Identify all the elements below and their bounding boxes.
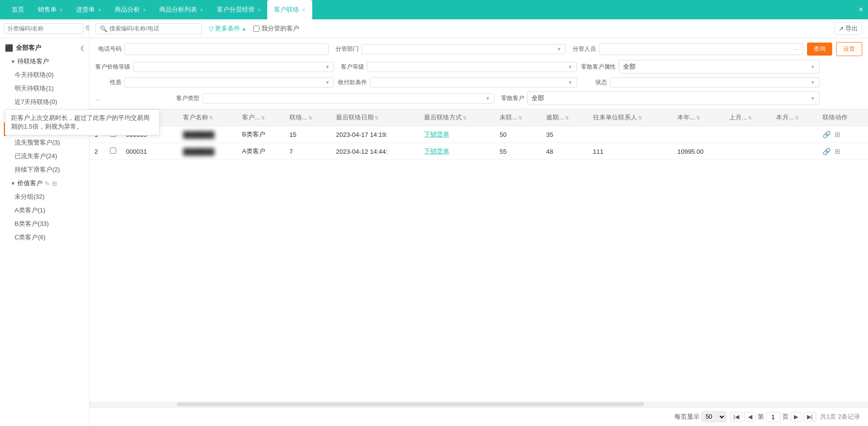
- sidebar: 🔍 ⬛ 全部客户 ❮ ▼ 待联络客户 今天待联络(0) 明天待联络(1) 近7天…: [0, 19, 90, 426]
- col-header-this-year: 本年...⇅: [672, 109, 724, 126]
- retail-customer-select[interactable]: 全部▼: [527, 91, 820, 105]
- phone-input[interactable]: [124, 44, 329, 55]
- window-close-button[interactable]: ×: [859, 5, 863, 14]
- last-page-button[interactable]: ▶|: [804, 412, 816, 422]
- dept-select[interactable]: ▼: [362, 44, 566, 54]
- row-check[interactable]: [105, 143, 121, 160]
- close-icon[interactable]: ×: [258, 7, 260, 13]
- close-icon[interactable]: ×: [60, 7, 62, 13]
- sidebar-item-tomorrow[interactable]: 明天待联络(1): [4, 82, 89, 95]
- sort-icon[interactable]: ⇅: [209, 115, 213, 120]
- first-page-button[interactable]: |◀: [730, 412, 743, 422]
- nav-purchase[interactable]: 进货单 ×: [69, 0, 107, 19]
- manage-icon[interactable]: ⊞: [52, 180, 57, 187]
- sidebar-item-today[interactable]: 今天待联络(0): [4, 68, 89, 82]
- sidebar-item-lost[interactable]: 已流失客户(24): [4, 149, 89, 163]
- chevron-up-icon: ▲: [242, 26, 246, 31]
- row-contact-person: [588, 126, 673, 143]
- group-pending-header[interactable]: ▼ 待联络客户: [4, 55, 89, 68]
- filter-button[interactable]: ▽ 更多条件 ▲: [206, 23, 249, 34]
- row-checkbox[interactable]: [110, 147, 116, 154]
- sort-icon[interactable]: ⇅: [518, 115, 522, 120]
- prev-page-button[interactable]: ◀: [745, 412, 756, 422]
- col-header-last-date: 最后联络日期⇅: [331, 109, 419, 126]
- sort-icon[interactable]: ⇅: [261, 115, 265, 120]
- person-select[interactable]: ···: [599, 43, 803, 55]
- group-value-customers: ▼ 价值客户 ✎ ⊞ 未分组(32) A类客户(1) B类客户(33) C类客户…: [0, 176, 89, 244]
- col-header-name: 客户名称⇅: [178, 109, 237, 126]
- current-page-input[interactable]: [766, 412, 780, 422]
- sort-icon[interactable]: ⇅: [638, 115, 642, 120]
- group-value-header[interactable]: ▼ 价值客户 ✎ ⊞: [4, 176, 89, 190]
- sidebar-item-7days[interactable]: 近7天待联络(0): [4, 95, 89, 109]
- row-this-month: [771, 143, 818, 160]
- payment-select[interactable]: ▼: [370, 77, 577, 88]
- close-icon[interactable]: ×: [98, 7, 101, 13]
- status-select[interactable]: ▼: [610, 77, 820, 88]
- row-last-method[interactable]: 下销货单: [419, 126, 495, 143]
- nav-customer-contact[interactable]: 客户联络 ×: [267, 0, 312, 19]
- price-level-select[interactable]: ▼: [133, 62, 334, 72]
- sort-icon[interactable]: ⇅: [748, 115, 752, 120]
- gender-select[interactable]: ▼: [124, 77, 334, 88]
- horizontal-scrollbar[interactable]: [90, 401, 868, 407]
- close-icon[interactable]: ×: [302, 7, 305, 13]
- sidebar-search-input[interactable]: [4, 23, 83, 34]
- nav-customer-segmentation[interactable]: 客户分层经营 ×: [210, 0, 267, 19]
- sort-icon[interactable]: ⇅: [308, 115, 312, 120]
- sort-icon[interactable]: ⇅: [696, 115, 700, 120]
- sidebar-item-declining[interactable]: 持续下滑客户(2): [4, 163, 89, 176]
- close-icon[interactable]: ×: [143, 7, 146, 13]
- edit-icon[interactable]: ✎: [45, 180, 50, 187]
- sort-icon[interactable]: ⇅: [565, 115, 569, 120]
- row-uncontacted: 55: [495, 143, 541, 160]
- sidebar-item-a-class[interactable]: A类客户(1): [4, 204, 89, 217]
- nav-sales[interactable]: 销售单 ×: [31, 0, 69, 19]
- close-icon[interactable]: ×: [200, 7, 203, 13]
- per-page-select[interactable]: 50 20 100: [701, 411, 726, 422]
- setting-button[interactable]: 设置: [836, 42, 862, 56]
- row-overdue: 48: [541, 143, 588, 160]
- customer-level-select[interactable]: ▼: [367, 62, 577, 72]
- contact-link-icon[interactable]: 🔗: [822, 147, 831, 155]
- contact-link-icon[interactable]: 🔗: [822, 131, 831, 138]
- filter-retail-customer: 零散客户 全部▼: [498, 91, 820, 105]
- col-header-uncontacted: 未联...⇅: [495, 109, 541, 126]
- filter-row-1: 电话号码 分管部门 ▼ 分管人员 ··· 查询 设置: [95, 42, 862, 56]
- export-button[interactable]: ↗ 导出: [834, 22, 862, 35]
- export-icon: ↗: [838, 25, 844, 32]
- sort-icon[interactable]: ⇅: [795, 115, 799, 120]
- search-box: 🔍: [95, 23, 202, 34]
- collapse-icon[interactable]: ❮: [80, 45, 84, 51]
- sidebar-item-loss-warning[interactable]: 流失预警客户(3): [4, 136, 89, 149]
- sidebar-item-b-class[interactable]: B类客户(33): [4, 217, 89, 231]
- sidebar-item-c-class[interactable]: C类客户(6): [4, 231, 89, 244]
- contact-phone-icon[interactable]: ⊞: [835, 147, 840, 155]
- customer-type-select[interactable]: ▼: [202, 93, 495, 103]
- contact-phone-icon[interactable]: ⊞: [835, 131, 840, 138]
- col-header-last-method: 最后联络方式⇅: [419, 109, 495, 126]
- row-last-method[interactable]: 下销货单: [419, 143, 495, 160]
- my-customers-check[interactable]: [253, 26, 259, 32]
- nav-product-analysis[interactable]: 商品分析 ×: [108, 0, 152, 19]
- all-customers-header[interactable]: ⬛ 全部客户 ❮: [0, 41, 89, 55]
- sidebar-item-ungrouped[interactable]: 未分组(32): [4, 190, 89, 204]
- more-fields-link[interactable]: ...: [95, 95, 101, 102]
- triangle-icon: ▼: [11, 59, 15, 64]
- row-last-date: 2023-04-17 14:19:: [331, 126, 419, 143]
- nav-home[interactable]: 首页: [5, 0, 31, 19]
- query-button[interactable]: 查询: [807, 43, 832, 56]
- col-header-contact-person: 往来单位联系人⇅: [588, 109, 673, 126]
- sort-icon[interactable]: ⇅: [375, 115, 379, 120]
- sort-icon[interactable]: ⇅: [463, 115, 467, 120]
- triangle-icon: ▼: [11, 181, 15, 186]
- next-page-button[interactable]: ▶: [791, 412, 802, 422]
- nav-product-list[interactable]: 商品分析列表 ×: [152, 0, 210, 19]
- search-input[interactable]: [109, 25, 198, 32]
- sidebar-tree: ⬛ 全部客户 ❮ ▼ 待联络客户 今天待联络(0) 明天待联络(1) 近7天待联…: [0, 38, 89, 426]
- filter-form: 电话号码 分管部门 ▼ 分管人员 ··· 查询 设置: [90, 38, 868, 109]
- filter-icon: ▽: [209, 25, 213, 32]
- sidebar-search-icon[interactable]: 🔍: [85, 25, 90, 32]
- retail-prop-select[interactable]: 全部▼: [619, 60, 820, 73]
- filter-dept: 分管部门 ▼: [333, 44, 566, 54]
